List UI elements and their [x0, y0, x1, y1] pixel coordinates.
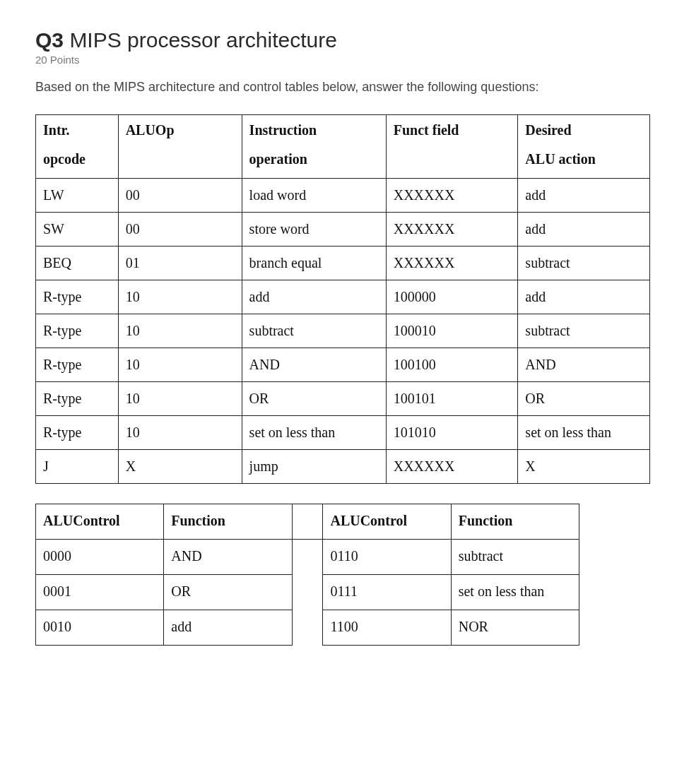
cell-instr: jump — [242, 450, 386, 484]
cell-opcode: R-type — [36, 348, 119, 382]
cell-opcode: SW — [36, 213, 119, 247]
cell-opcode: R-type — [36, 416, 119, 450]
col-opcode-header: Intr. opcode — [36, 115, 119, 179]
cell-alucontrol: 0000 — [36, 540, 164, 575]
cell-function: NOR — [451, 610, 579, 646]
cell-funct: 100000 — [386, 280, 518, 314]
cell-aluop: 00 — [118, 213, 242, 247]
cell-action: X — [518, 450, 650, 484]
col-function-header-right: Function — [451, 504, 579, 540]
alu-action-table: Intr. opcode ALUOp Instruction operation… — [35, 114, 650, 484]
cell-action: add — [518, 213, 650, 247]
col-funct-header: Funct field — [386, 115, 518, 179]
col-alucontrol-header-right: ALUControl — [323, 504, 451, 540]
points-label: 20 Points — [35, 54, 654, 66]
cell-aluop: 10 — [118, 348, 242, 382]
table-row: 0000AND0110subtract — [36, 540, 579, 575]
table-spacer — [292, 610, 323, 646]
cell-aluop: 00 — [118, 179, 242, 213]
cell-instr: add — [242, 280, 386, 314]
cell-function: subtract — [451, 540, 579, 575]
cell-funct: XXXXXX — [386, 179, 518, 213]
table-row: 0001OR0111set on less than — [36, 575, 579, 610]
cell-aluop: 10 — [118, 280, 242, 314]
cell-action: AND — [518, 348, 650, 382]
table-row: R-type10set on less than101010set on les… — [36, 416, 650, 450]
cell-funct: 100010 — [386, 314, 518, 348]
table-spacer — [292, 504, 323, 540]
table-row: JXjumpXXXXXXX — [36, 450, 650, 484]
col-instruction-header: Instruction operation — [242, 115, 386, 179]
cell-aluop: 10 — [118, 382, 242, 416]
col-function-header-left: Function — [164, 504, 292, 540]
cell-function: AND — [164, 540, 292, 575]
cell-action: add — [518, 280, 650, 314]
table-row: BEQ01branch equalXXXXXXsubtract — [36, 247, 650, 280]
col-action-header: Desired ALU action — [518, 115, 650, 179]
cell-aluop: X — [118, 450, 242, 484]
cell-opcode: R-type — [36, 280, 119, 314]
cell-instr: store word — [242, 213, 386, 247]
cell-action: set on less than — [518, 416, 650, 450]
table-row: R-type10add100000add — [36, 280, 650, 314]
cell-instr: branch equal — [242, 247, 386, 280]
question-number: Q3 — [35, 28, 64, 52]
cell-action: add — [518, 179, 650, 213]
cell-opcode: J — [36, 450, 119, 484]
table-spacer — [292, 575, 323, 610]
cell-opcode: LW — [36, 179, 119, 213]
cell-aluop: 10 — [118, 314, 242, 348]
cell-function: set on less than — [451, 575, 579, 610]
question-title: MIPS processor architecture — [69, 28, 336, 52]
cell-aluop: 10 — [118, 416, 242, 450]
col-aluop-header: ALUOp — [118, 115, 242, 179]
cell-opcode: BEQ — [36, 247, 119, 280]
cell-alucontrol: 0111 — [323, 575, 451, 610]
cell-action: subtract — [518, 247, 650, 280]
table-row: SW00store wordXXXXXXadd — [36, 213, 650, 247]
cell-funct: 101010 — [386, 416, 518, 450]
alu-control-table: ALUControl Function ALUControl Function … — [35, 504, 579, 646]
question-prompt: Based on the MIPS architecture and contr… — [35, 80, 654, 95]
cell-action: subtract — [518, 314, 650, 348]
table-row: LW00load wordXXXXXXadd — [36, 179, 650, 213]
cell-instr: AND — [242, 348, 386, 382]
cell-instr: set on less than — [242, 416, 386, 450]
cell-funct: XXXXXX — [386, 247, 518, 280]
cell-funct: XXXXXX — [386, 450, 518, 484]
cell-instr: subtract — [242, 314, 386, 348]
col-alucontrol-header-left: ALUControl — [36, 504, 164, 540]
table-spacer — [292, 540, 323, 575]
cell-alucontrol: 0001 — [36, 575, 164, 610]
cell-funct: 100101 — [386, 382, 518, 416]
cell-opcode: R-type — [36, 314, 119, 348]
table-row: R-type10AND100100AND — [36, 348, 650, 382]
cell-action: OR — [518, 382, 650, 416]
cell-function: add — [164, 610, 292, 646]
cell-alucontrol: 1100 — [323, 610, 451, 646]
cell-instr: OR — [242, 382, 386, 416]
cell-alucontrol: 0110 — [323, 540, 451, 575]
table-row: 0010add1100NOR — [36, 610, 579, 646]
cell-alucontrol: 0010 — [36, 610, 164, 646]
cell-funct: 100100 — [386, 348, 518, 382]
cell-function: OR — [164, 575, 292, 610]
table-row: R-type10OR100101OR — [36, 382, 650, 416]
table-row: R-type10subtract100010subtract — [36, 314, 650, 348]
cell-funct: XXXXXX — [386, 213, 518, 247]
cell-opcode: R-type — [36, 382, 119, 416]
cell-instr: load word — [242, 179, 386, 213]
cell-aluop: 01 — [118, 247, 242, 280]
question-heading: Q3 MIPS processor architecture — [35, 28, 654, 52]
